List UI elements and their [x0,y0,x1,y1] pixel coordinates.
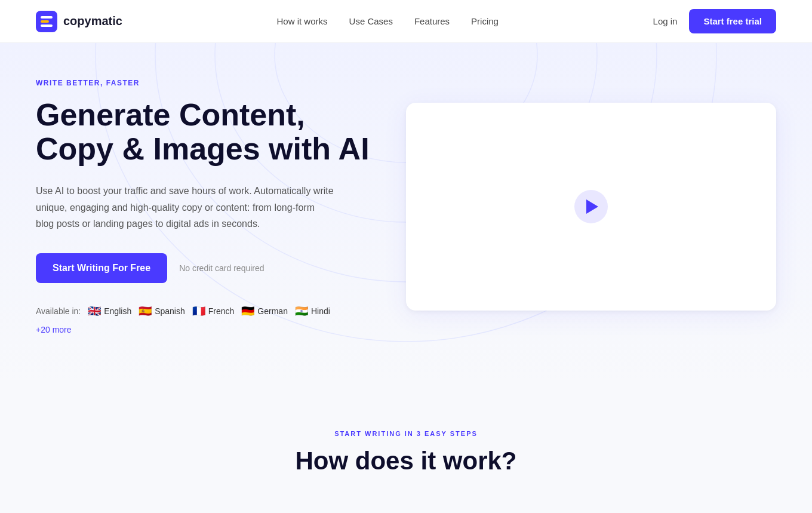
play-button[interactable] [574,190,608,223]
available-label: Available in: [36,306,81,316]
logo[interactable]: copymatic [36,11,122,32]
start-trial-button[interactable]: Start free trial [689,9,776,33]
play-icon [586,199,598,214]
video-preview[interactable] [406,103,776,311]
hero-right [406,103,776,311]
hero-section: WRITE BETTER, FASTER Generate Content, C… [0,43,812,382]
lang-english-label: English [104,306,131,316]
flag-spanish: 🇪🇸 [139,305,152,318]
hero-content: WRITE BETTER, FASTER Generate Content, C… [36,79,776,334]
lang-hindi-label: Hindi [311,306,330,316]
lang-german: 🇩🇪 German [241,305,288,318]
lang-german-label: German [257,306,288,316]
navbar: copymatic How it works Use Cases Feature… [0,0,812,43]
available-in: Available in: 🇬🇧 English 🇪🇸 Spanish 🇫🇷 F… [36,305,370,334]
lang-spanish: 🇪🇸 Spanish [139,305,185,318]
flag-hindi: 🇮🇳 [295,305,308,318]
more-languages[interactable]: +20 more [36,325,72,334]
nav-use-cases[interactable]: Use Cases [349,16,393,26]
start-writing-button[interactable]: Start Writing For Free [36,253,167,283]
lang-french-label: French [208,306,235,316]
login-button[interactable]: Log in [653,16,678,26]
nav-features[interactable]: Features [414,16,450,26]
nav-links: How it works Use Cases Features Pricing [277,16,499,27]
svg-rect-3 [41,24,53,27]
flag-french: 🇫🇷 [192,305,205,318]
flag-english: 🇬🇧 [88,305,101,318]
logo-text: copymatic [63,14,122,28]
lang-hindi: 🇮🇳 Hindi [295,305,330,318]
how-it-works-section: START WRITING IN 3 EASY STEPS How does i… [0,382,812,511]
how-it-works-tag: START WRITING IN 3 EASY STEPS [36,430,776,437]
nav-how-it-works[interactable]: How it works [277,16,328,26]
lang-english: 🇬🇧 English [88,305,131,318]
lang-spanish-label: Spanish [155,306,185,316]
no-credit-card-text: No credit card required [179,263,264,273]
lang-french: 🇫🇷 French [192,305,235,318]
hero-title: Generate Content, Copy & Images with AI [36,98,370,166]
svg-rect-2 [41,20,49,23]
hero-description: Use AI to boost your traffic and save ho… [36,183,334,232]
hero-left: WRITE BETTER, FASTER Generate Content, C… [36,79,370,334]
nav-pricing[interactable]: Pricing [471,16,499,26]
logo-icon [36,11,57,32]
nav-actions: Log in Start free trial [653,9,776,33]
hero-cta: Start Writing For Free No credit card re… [36,253,370,283]
how-it-works-title: How does it work? [36,447,776,475]
svg-rect-1 [41,16,53,19]
flag-german: 🇩🇪 [241,305,254,318]
hero-tagline: WRITE BETTER, FASTER [36,79,370,87]
